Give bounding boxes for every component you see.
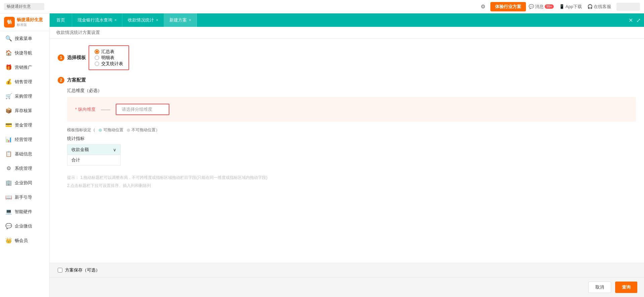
chart-icon: 📊 — [5, 136, 12, 143]
sidebar-item-hardware[interactable]: 💻 智能硬件 — [0, 204, 49, 219]
sidebar-item-guide[interactable]: 📖 新手引导 — [0, 190, 49, 204]
service-link[interactable]: 🎧 在线客服 — [587, 4, 611, 10]
dimension-row: * 纵向维度 —— 请选择分组维度 — [75, 104, 628, 115]
stats-label: 统计指标 — [67, 136, 636, 142]
gift-icon: 🎁 — [5, 64, 12, 70]
radio-cross-circle — [95, 61, 99, 66]
section1-num: 1 — [58, 54, 64, 61]
section2-title: 方案配置 — [67, 77, 86, 83]
money-icon: 💰 — [5, 79, 12, 85]
trial-button[interactable]: 体验行业方案 — [490, 2, 526, 11]
tab-close-new[interactable]: × — [189, 18, 191, 22]
radio-summary-circle — [95, 49, 99, 54]
home-icon: 🏠 — [5, 50, 12, 56]
tips-line1: 提示： 1.拖动标题栏可以调整布局，不可跨维度或指标区域拖动栏目字段(只能在同一… — [67, 174, 636, 182]
tab-close-window-icon[interactable]: ✕ — [629, 17, 633, 23]
tab-home[interactable]: 首页 — [50, 13, 72, 27]
sidebar-item-quick-nav[interactable]: 🏠 快捷导航 — [0, 46, 49, 60]
draggable-indicator: 可拖动位置 — [99, 127, 123, 133]
tips-area: 提示： 1.拖动标题栏可以调整布局，不可跨维度或指标区域拖动栏目字段(只能在同一… — [67, 174, 636, 190]
cart-icon: 🛒 — [5, 93, 12, 99]
clipboard-icon: 📋 — [5, 151, 12, 157]
section2-content: 汇总维度（必选） * 纵向维度 —— 请选择分组维度 — [58, 88, 636, 190]
radio-cross[interactable]: 交叉统计表 — [95, 61, 123, 67]
sidebar-item-sales[interactable]: 💰 销售管理 — [0, 75, 49, 89]
dimension-section-label: 汇总维度（必选） — [67, 88, 636, 94]
breadcrumb: 收款情况统计方案设置 — [56, 30, 100, 35]
page-content: 收款情况统计方案设置 1 选择模板 汇总表 — [50, 27, 644, 277]
tips-line2: 2.点击标题栏下拉可设置排序、插入列和删除列 — [67, 182, 636, 190]
breadcrumb-bar: 收款情况统计方案设置 — [50, 27, 644, 39]
tab-close-bank[interactable]: × — [114, 18, 117, 22]
metrics-label-text: 模板指标设定（ — [67, 127, 95, 133]
laptop-icon: 💻 — [5, 208, 12, 215]
logo-text: 畅捷通好生意 — [4, 3, 44, 10]
sidebar-item-marketing[interactable]: 🎁 营销推广 — [0, 60, 49, 75]
metrics-table-header[interactable]: 收款金额 ∨ — [67, 145, 120, 155]
section2-num: 2 — [58, 77, 64, 84]
save-option-label: 方案保存（可选） — [65, 267, 100, 273]
section1-header: 1 选择模板 汇总表 明细表 — [58, 45, 636, 70]
main-layout: 畅 畅捷通好生意 标准版 🔍 搜索菜单 🏠 快捷导航 🎁 营销推广 💰 销售管理… — [0, 13, 644, 297]
metrics-label-row: 模板指标设定（ 可拖动位置 不可拖动位置） — [67, 127, 636, 133]
message-badge: 99+ — [545, 4, 554, 9]
box-icon: 📦 — [5, 107, 12, 114]
sidebar-item-finance[interactable]: 💳 资金管理 — [0, 118, 49, 132]
tab-close-payment[interactable]: × — [156, 18, 158, 22]
sidebar-item-member[interactable]: 👑 畅会员 — [0, 233, 49, 248]
tab-bar: 首页 现金银行流水查询 × 收款情况统计 × 新建方案 × ✕ ⤢ — [50, 13, 644, 27]
drag-dot-grey — [127, 129, 130, 132]
save-checkbox[interactable] — [58, 268, 62, 273]
brand-area: 畅 畅捷通好生意 标准版 — [0, 13, 49, 31]
card-icon: 💳 — [5, 122, 12, 128]
vertical-dim-label: * 纵向维度 — [75, 106, 96, 112]
metrics-section: 统计指标 收款金额 ∨ 合计 — [67, 136, 636, 165]
tab-expand-icon[interactable]: ⤢ — [636, 17, 641, 23]
dimension-area: * 纵向维度 —— 请选择分组维度 — [67, 97, 636, 122]
sidebar-item-basic-info[interactable]: 📋 基础信息 — [0, 147, 49, 161]
gear-icon[interactable]: ⚙ — [478, 2, 488, 11]
dimension-select[interactable]: 请选择分组维度 — [116, 104, 169, 115]
crown-icon: 👑 — [5, 237, 12, 244]
tab-payment-stats[interactable]: 收款情况统计 × — [122, 13, 164, 27]
search-menu-icon: 🔍 — [5, 35, 12, 42]
top-bar-right: 💬 消息 99+ 📱 App下载 🎧 在线客服 — [529, 3, 640, 11]
metrics-table-subtotal: 合计 — [67, 155, 120, 165]
sidebar-item-wechat[interactable]: 💬 企业微信 — [0, 219, 49, 233]
gear-sidebar-icon: ⚙ — [5, 165, 12, 171]
messages-link[interactable]: 💬 消息 99+ — [529, 4, 554, 10]
drag-dot-teal — [99, 129, 102, 132]
save-option-bar: 方案保存（可选） — [50, 263, 644, 277]
tab-bank-flow[interactable]: 现金银行流水查询 × — [72, 13, 122, 27]
sidebar-item-purchase[interactable]: 🛒 采购管理 — [0, 89, 49, 103]
query-button[interactable]: 查询 — [615, 282, 637, 293]
sidebar-item-inventory[interactable]: 📦 库存核算 — [0, 103, 49, 118]
chat-icon: 💬 — [5, 223, 12, 229]
metrics-table: 收款金额 ∨ 合计 — [67, 144, 121, 165]
col-dropdown-icon[interactable]: ∨ — [113, 147, 116, 152]
user-avatar[interactable] — [616, 3, 640, 11]
section2: 2 方案配置 汇总维度（必选） * 纵向维度 —— 请选择分组维度 — [58, 77, 636, 190]
template-radio-group: 汇总表 明细表 交叉统计表 — [95, 49, 123, 67]
download-link[interactable]: 📱 App下载 — [559, 4, 582, 10]
tab-new-plan[interactable]: 新建方案 × — [164, 13, 197, 27]
book-icon: 📖 — [5, 194, 12, 200]
cancel-button[interactable]: 取消 — [588, 282, 611, 293]
radio-detail[interactable]: 明细表 — [95, 55, 123, 61]
footer-bar: 取消 查询 — [50, 277, 644, 297]
template-wrapper: 汇总表 明细表 交叉统计表 — [89, 45, 129, 70]
tab-bar-end: ✕ ⤢ — [625, 13, 644, 27]
section2-header: 2 方案配置 — [58, 77, 636, 84]
sidebar-item-search-menu[interactable]: 🔍 搜索菜单 — [0, 31, 49, 46]
section1-title: 选择模板 — [67, 55, 86, 61]
content-area: 首页 现金银行流水查询 × 收款情况统计 × 新建方案 × ✕ ⤢ — [50, 13, 644, 297]
brand-edition: 标准版 — [17, 22, 43, 27]
brand-name: 畅捷通好生意 — [17, 17, 43, 22]
sidebar-item-system[interactable]: ⚙ 系统管理 — [0, 161, 49, 176]
dimension-arrow: —— — [101, 107, 110, 112]
sidebar-item-enterprise[interactable]: 🏢 企业协同 — [0, 176, 49, 190]
brand-icon: 畅 — [4, 17, 15, 28]
sidebar-item-operations[interactable]: 📊 经营管理 — [0, 132, 49, 147]
radio-summary[interactable]: 汇总表 — [95, 49, 123, 55]
form-area: 1 选择模板 汇总表 明细表 — [50, 39, 644, 263]
